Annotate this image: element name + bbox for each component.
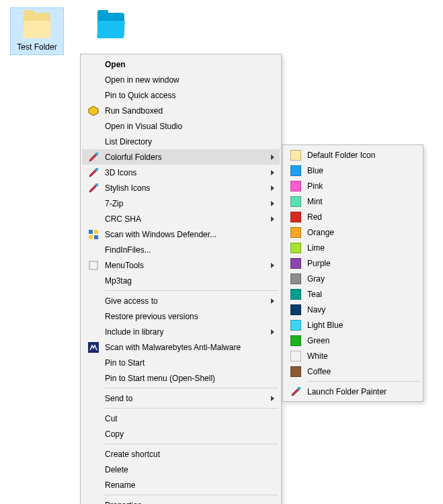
submenu-arrow-icon (271, 263, 274, 268)
submenu-default[interactable]: Default Folder Icon (284, 147, 421, 163)
svg-rect-2 (95, 168, 98, 171)
submenu-white[interactable]: White (284, 348, 421, 364)
desktop-folder-active[interactable] (85, 8, 137, 45)
submenu-label: Gray (307, 274, 405, 284)
menu-label: Rename (105, 480, 264, 490)
submenu-label: Navy (307, 305, 405, 314)
submenu-teal[interactable]: Teal (284, 286, 421, 302)
menu-properties[interactable]: Properties (82, 497, 280, 504)
menu-label: Send to (105, 394, 264, 403)
menu-include-in-library[interactable]: Include in library (82, 324, 280, 339)
submenu-orange[interactable]: Orange (284, 224, 421, 240)
svg-rect-3 (95, 183, 98, 186)
submenu-label: Teal (307, 290, 405, 299)
submenu-label: Purple (307, 259, 405, 268)
colorful-folders-submenu: Default Folder Icon Blue Pink Mint Red O… (282, 144, 424, 402)
menu-list-directory[interactable]: List Directory (82, 134, 280, 149)
menu-stylish-icons[interactable]: Stylish Icons (82, 180, 280, 196)
submenu-blue[interactable]: Blue (284, 163, 421, 178)
menu-label: Scan with Windows Defender... (105, 230, 264, 239)
menu-label: List Directory (105, 137, 264, 146)
menu-label: 3D Icons (105, 168, 264, 177)
brush-icon (82, 167, 105, 178)
submenu-arrow-icon (271, 170, 274, 175)
submenu-lightblue[interactable]: Light Blue (284, 317, 421, 333)
menu-open-new-window[interactable]: Open in new window (82, 72, 280, 87)
folder-icon (21, 13, 53, 40)
separator (105, 444, 278, 444)
svg-rect-8 (89, 261, 97, 269)
menu-run-sandboxed[interactable]: Run Sandboxed (82, 103, 280, 118)
submenu-arrow-icon (271, 201, 274, 206)
menu-cut[interactable]: Cut (82, 411, 280, 426)
color-swatch-lime (290, 243, 301, 253)
color-swatch-gray (290, 274, 301, 284)
submenu-mint[interactable]: Mint (284, 194, 421, 209)
color-swatch-white (290, 351, 301, 362)
menu-pin-quick-access[interactable]: Pin to Quick access (82, 87, 280, 103)
menu-label: Open in Visual Studio (105, 122, 264, 131)
submenu-green[interactable]: Green (284, 333, 421, 348)
submenu-lime[interactable]: Lime (284, 240, 421, 255)
menu-malwarebytes[interactable]: Scan with Malwarebytes Anti-Malware (82, 339, 280, 355)
menu-label: Properties (105, 501, 264, 505)
separator (105, 388, 278, 388)
menu-3d-icons[interactable]: 3D Icons (82, 165, 280, 180)
submenu-launch-painter[interactable]: Launch Folder Painter (284, 384, 421, 399)
menu-label: Cut (105, 414, 264, 423)
menu-pin-to-start[interactable]: Pin to Start (82, 355, 280, 370)
submenu-red[interactable]: Red (284, 209, 421, 224)
submenu-pink[interactable]: Pink (284, 178, 421, 194)
submenu-gray[interactable]: Gray (284, 271, 421, 286)
menu-give-access-to[interactable]: Give access to (82, 293, 280, 308)
svg-rect-7 (94, 235, 98, 239)
malwarebytes-icon (82, 342, 105, 353)
submenu-coffee[interactable]: Coffee (284, 364, 421, 379)
menu-crc-sha[interactable]: CRC SHA (82, 211, 280, 226)
menu-copy[interactable]: Copy (82, 426, 280, 442)
menu-colorful-folders[interactable]: Colorful Folders (82, 149, 280, 165)
menu-rename[interactable]: Rename (82, 477, 280, 493)
brush-icon (82, 183, 105, 194)
menu-open[interactable]: Open (82, 56, 280, 72)
svg-rect-1 (95, 153, 98, 155)
menu-restore-previous[interactable]: Restore previous versions (82, 308, 280, 324)
sandbox-icon (82, 106, 105, 116)
menu-mp3tag[interactable]: Mp3tag (82, 273, 280, 288)
menu-open-visual-studio[interactable]: Open in Visual Studio (82, 118, 280, 134)
menu-windows-defender[interactable]: Scan with Windows Defender... (82, 226, 280, 242)
menu-send-to[interactable]: Send to (82, 390, 280, 406)
menu-7zip[interactable]: 7-Zip (82, 196, 280, 211)
menu-label: Create shortcut (105, 450, 264, 459)
menu-label: MenuTools (105, 261, 264, 270)
submenu-purple[interactable]: Purple (284, 255, 421, 271)
desktop-folder-test[interactable]: Test Folder (11, 8, 63, 54)
submenu-arrow-icon (271, 396, 274, 401)
menu-label: Scan with Malwarebytes Anti-Malware (105, 343, 264, 352)
square-icon (82, 260, 105, 271)
menu-label: CRC SHA (105, 214, 264, 224)
menu-delete[interactable]: Delete (82, 462, 280, 477)
context-menu: Open Open in new window Pin to Quick acc… (80, 54, 282, 504)
separator (307, 381, 420, 382)
menu-menutools[interactable]: MenuTools (82, 257, 280, 273)
svg-rect-5 (94, 230, 98, 234)
menu-create-shortcut[interactable]: Create shortcut (82, 446, 280, 462)
submenu-label: Red (307, 212, 405, 222)
menu-pin-start-open-shell[interactable]: Pin to Start menu (Open-Shell) (82, 370, 280, 386)
menu-label: Open (105, 60, 126, 69)
color-swatch-orange (290, 227, 301, 238)
submenu-navy[interactable]: Navy (284, 302, 421, 317)
color-swatch-default (290, 150, 301, 161)
color-swatch-mint (290, 196, 301, 207)
separator (105, 408, 278, 409)
submenu-label: Orange (307, 228, 405, 237)
brush-icon (82, 152, 105, 163)
menu-label: Mp3tag (105, 276, 264, 286)
svg-marker-0 (89, 106, 98, 116)
color-swatch-lightblue (290, 320, 301, 331)
menu-findinfiles[interactable]: FindInFiles... (82, 242, 280, 257)
menu-label: 7-Zip (105, 199, 264, 208)
menu-label: Pin to Start menu (Open-Shell) (105, 374, 264, 383)
submenu-label: Lime (307, 243, 405, 253)
